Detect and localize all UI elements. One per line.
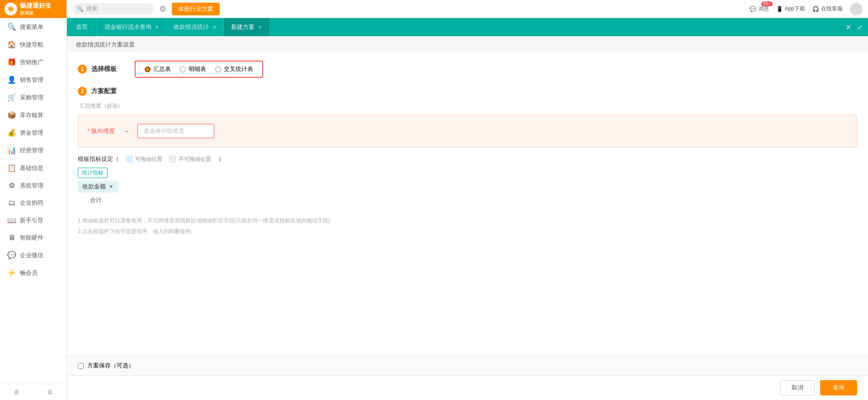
tabbar: 首页 现金银行流水查询 × 收款情况统计 × 新建方案 × ✕ ⤢ [67, 18, 868, 36]
legend-fixed: 不可拖动位置 [170, 155, 211, 163]
tab-new-plan[interactable]: 新建方案 × [224, 18, 269, 36]
dimension-area: * 纵向维度 → 请选择分组维度 [78, 114, 857, 148]
sidebar-item-marketing[interactable]: 🎁 营销推广 [0, 53, 66, 71]
sidebar-item-base-info[interactable]: 📋 基础信息 [0, 159, 66, 177]
tab-receipts-close[interactable]: × [212, 24, 216, 30]
hardware-icon: 🖥 [7, 234, 16, 242]
sidebar: 畅 畅捷通好生 标准版 🔍 搜索菜单 🏠 快捷导航 🎁 营销推广 👤 销售管理 … [0, 0, 67, 400]
sidebar-item-enterprise[interactable]: 🗂 企业协同 [0, 194, 66, 212]
radio-summary[interactable]: 汇总表 [145, 65, 171, 73]
system-icon: ⚙ [7, 181, 16, 190]
sidebar-item-purchase[interactable]: 🛒 采购管理 [0, 89, 66, 106]
tip1-text: 1.拖动标题栏可以调整布局，不可跨维度或指标区域拖动栏目字段(只能在同一维度或指… [78, 215, 330, 226]
topbar-search[interactable]: 🔍 搜索 [72, 3, 154, 14]
app-download-item[interactable]: 📱 App下载 [776, 5, 805, 13]
section2-header: 2 方案配置 [78, 87, 857, 96]
summary-dimension-label: 汇总维度（必选） [78, 102, 857, 110]
base-info-icon: 📋 [7, 164, 16, 172]
tip2-text: 2.点击标题栏下拉可设置排序、插入列和删除列 [78, 226, 191, 237]
user-avatar[interactable] [850, 3, 863, 15]
cancel-button[interactable]: 取消 [780, 380, 815, 395]
sidebar-item-system[interactable]: ⚙ 系统管理 [0, 177, 66, 194]
main-card: 1 选择模板 汇总表 明细表 交叉统计表 [67, 52, 868, 356]
tabbar-controls: ✕ ⤢ [840, 18, 868, 36]
tab-new-plan-close[interactable]: × [258, 24, 262, 30]
save-section: 方案保存（可选） [67, 356, 868, 375]
tip2: 2.点击标题栏下拉可设置排序、插入列和删除列 [78, 226, 857, 237]
app-icon: 📱 [776, 6, 783, 12]
sidebar-bottom: 皮 设 [0, 384, 66, 400]
radio-cross[interactable]: 交叉统计表 [215, 65, 253, 73]
sidebar-item-sales[interactable]: 👤 销售管理 [0, 71, 66, 89]
tag-dropdown-icon[interactable]: ▼ [108, 184, 114, 190]
vertical-dimension-label: * 纵向维度 [87, 127, 115, 135]
notification-badge: 99+ [761, 1, 773, 6]
stats-label: 统计指标 [78, 168, 108, 178]
enterprise-icon: 🗂 [7, 199, 16, 207]
radio-detail[interactable]: 明细表 [180, 65, 206, 73]
notification-item[interactable]: 💬 消息 99+ [750, 5, 769, 13]
query-button[interactable]: 查询 [820, 380, 857, 395]
dimension-arrow: → [122, 127, 130, 136]
sidebar-logo: 畅 畅捷通好生 标准版 [0, 0, 66, 18]
page-title: 收款情况统计方案设置 [67, 36, 868, 52]
dimension-row: * 纵向维度 → 请选择分组维度 [87, 124, 848, 138]
radio-detail-input[interactable] [180, 66, 186, 72]
tab-receipts[interactable]: 收款情况统计 × [166, 18, 224, 36]
trial-button[interactable]: 体验行业方案 [172, 3, 220, 15]
operation-icon: 📊 [7, 146, 16, 155]
fixed-dot [170, 156, 176, 162]
section2: 2 方案配置 汇总维度（必选） * 纵向维度 → 请选择分组维度 [78, 87, 857, 237]
maximize-icon[interactable]: ⤢ [857, 23, 863, 32]
home-icon: 🏠 [7, 40, 16, 49]
service-icon: 🎧 [812, 6, 819, 12]
section1-header: 1 选择模板 汇总表 明细表 交叉统计表 [78, 61, 857, 78]
sidebar-item-wechat[interactable]: 💬 企业微信 [0, 246, 66, 264]
sidebar-item-quick-nav[interactable]: 🏠 快捷导航 [0, 36, 66, 53]
close-window-icon[interactable]: ✕ [845, 23, 851, 32]
section1-num: 1 [78, 65, 87, 74]
template-selection-box: 汇总表 明细表 交叉统计表 [135, 61, 263, 78]
stats-tag-card[interactable]: 收款金额 ▼ [78, 181, 118, 193]
footer-bar: 取消 查询 [67, 375, 868, 400]
stats-section: 统计指标 收款金额 ▼ 合计 [78, 168, 857, 206]
newbie-icon: 📖 [7, 216, 16, 225]
online-service-item[interactable]: 🎧 在线客服 [812, 5, 843, 13]
sidebar-item-newbie[interactable]: 📖 新手引导 [0, 212, 66, 229]
legend-movable: 可拖动位置 [126, 155, 162, 163]
content-area: 收款情况统计方案设置 1 选择模板 汇总表 明细表 [67, 36, 868, 400]
finance-icon: 💰 [7, 128, 16, 137]
metrics-setting-prefix: 模板指标设定（ [78, 155, 119, 163]
radio-summary-input[interactable] [145, 66, 151, 72]
metrics-label-row: 模板指标设定（ 可拖动位置 不可拖动位置 ） [78, 155, 857, 163]
save-label: 方案保存（可选） [87, 362, 134, 370]
tab-home[interactable]: 首页 [67, 18, 97, 36]
inventory-icon: 📦 [7, 111, 16, 119]
member-icon: ⚡ [7, 268, 16, 277]
tab-cashflow-close[interactable]: × [155, 24, 159, 30]
wechat-icon: 💬 [7, 251, 16, 259]
sidebar-item-inventory[interactable]: 📦 库存核算 [0, 106, 66, 124]
purchase-icon: 🛒 [7, 93, 16, 102]
sidebar-item-hardware[interactable]: 🖥 智能硬件 [0, 229, 66, 246]
section1-title: 选择模板 [91, 65, 117, 73]
sidebar-item-member[interactable]: ⚡ 畅会员 [0, 264, 66, 282]
sidebar-skin-btn[interactable]: 皮 [0, 384, 33, 400]
sidebar-item-search-menu[interactable]: 🔍 搜索菜单 [0, 18, 66, 36]
search-icon: 🔍 [7, 23, 16, 31]
tab-cashflow[interactable]: 现金银行流水查询 × [97, 18, 166, 36]
dimension-select[interactable]: 请选择分组维度 [137, 124, 214, 138]
sales-icon: 👤 [7, 75, 16, 84]
section2-title: 方案配置 [91, 87, 117, 95]
metrics-legend: 可拖动位置 不可拖动位置 [126, 155, 211, 163]
radio-cross-input[interactable] [215, 66, 221, 72]
tip1: 1.拖动标题栏可以调整布局，不可跨维度或指标区域拖动栏目字段(只能在同一维度或指… [78, 215, 857, 226]
metrics-setting-suffix: ） [218, 155, 224, 163]
sidebar-item-operation[interactable]: 📊 经营管理 [0, 141, 66, 159]
save-checkbox[interactable] [78, 363, 84, 369]
search-icon: 🔍 [77, 6, 84, 12]
setting-icon[interactable]: ⚙ [159, 4, 166, 14]
sidebar-item-finance[interactable]: 💰 资金管理 [0, 124, 66, 141]
main-area: 🔍 搜索 ⚙ 体验行业方案 💬 消息 99+ 📱 App下载 🎧 在线客服 首页 [67, 0, 868, 400]
sidebar-setting-btn[interactable]: 设 [33, 384, 67, 400]
